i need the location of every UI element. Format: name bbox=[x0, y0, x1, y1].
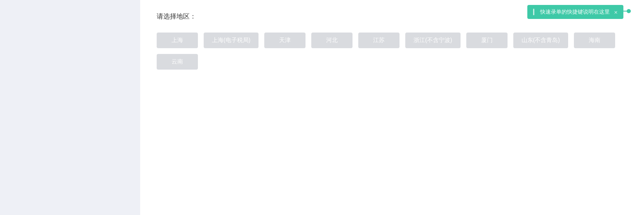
sidebar bbox=[0, 0, 140, 215]
tooltip-dot bbox=[627, 9, 631, 13]
region-button-shanghai[interactable]: 上海 bbox=[157, 33, 198, 48]
tooltip-bar: 快速录单的快捷键说明在这里 × bbox=[527, 5, 623, 19]
tooltip-close-button[interactable]: × bbox=[614, 9, 618, 15]
region-button-xiamen[interactable]: 厦门 bbox=[466, 33, 508, 48]
main-content: 请选择地区： 上海上海(电子税局)天津河北江苏浙江(不含宁波)厦门山东(不含青岛… bbox=[140, 0, 644, 215]
region-button-yunnan[interactable]: 云南 bbox=[157, 54, 198, 70]
region-button-shanghai-etax[interactable]: 上海(电子税局) bbox=[204, 33, 259, 48]
region-button-tianjin[interactable]: 天津 bbox=[264, 33, 306, 48]
region-button-hainan[interactable]: 海南 bbox=[574, 33, 615, 48]
region-button-hebei[interactable]: 河北 bbox=[311, 33, 353, 48]
tooltip-text: 快速录单的快捷键说明在这里 bbox=[540, 8, 610, 16]
region-button-zhejiang[interactable]: 浙江(不含宁波) bbox=[405, 33, 460, 48]
region-button-group: 上海上海(电子税局)天津河北江苏浙江(不含宁波)厦门山东(不含青岛)海南云南 bbox=[157, 33, 628, 70]
region-button-jiangsu[interactable]: 江苏 bbox=[358, 33, 400, 48]
region-button-shandong[interactable]: 山东(不含青岛) bbox=[513, 33, 568, 48]
